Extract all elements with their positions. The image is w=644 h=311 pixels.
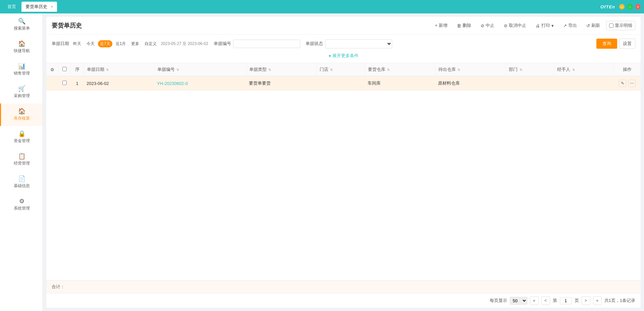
sidebar-label-sales: 销售管理 [14, 71, 30, 76]
custom-btn[interactable]: 自定义 [143, 40, 159, 47]
first-page-button[interactable]: « [530, 296, 539, 305]
refresh-button[interactable]: ↺ 刷新 [583, 21, 603, 30]
sidebar-item-purchase[interactable]: 🛒 采购管理 [0, 81, 43, 103]
sidebar-item-operations[interactable]: 📋 经营管理 [0, 148, 43, 171]
col-bill-no: 单据编号 ⇅ [154, 63, 246, 76]
sidebar-label-basic-info: 基础信息 [14, 183, 30, 189]
print-icon: 🖨 [536, 23, 540, 28]
sidebar: 🔍 搜索菜单 🏠 快捷导航 📊 销售管理 🛒 采购管理 🏠 库存核算 🔒 资金管… [0, 13, 43, 311]
last7days-btn[interactable]: 近7天 [98, 40, 112, 47]
sidebar-label-quick-nav: 快捷导航 [14, 48, 30, 54]
sidebar-label-purchase: 采购管理 [14, 93, 30, 99]
today-btn[interactable]: 今天 [85, 40, 97, 47]
table-footer: 合计： [46, 280, 641, 293]
col-date-label: 单据日期 [87, 67, 104, 72]
sort-req-warehouse-icon: ⇅ [387, 68, 390, 72]
row-checkbox-0[interactable] [58, 76, 70, 91]
sidebar-item-quick-nav[interactable]: 🏠 快捷导航 [0, 36, 43, 58]
col-date: 单据日期 ⇅ [84, 63, 154, 76]
row-date-0: 2023-06-02 [84, 76, 154, 91]
toolbar: + 新增 🗑 删除 ⊘ 中止 ⊘ 取消中止 🖨 打 [432, 21, 635, 30]
col-settings: ⚙ [46, 63, 58, 76]
select-all-checkbox[interactable] [62, 67, 67, 71]
chevron-down-icon: ▾ [329, 53, 331, 58]
status-select[interactable] [325, 39, 392, 48]
delete-icon: 🗑 [457, 23, 461, 28]
per-page-select[interactable]: 50 100 [510, 297, 527, 305]
tab-active[interactable]: 要货单历史 × [21, 2, 57, 12]
sidebar-icon-finance: 🔒 [18, 131, 25, 137]
display-detail-label: 显示明细 [615, 23, 632, 29]
sort-bill-type-icon: ⇅ [268, 68, 271, 72]
last1month-btn[interactable]: 近1月 [114, 40, 128, 47]
sidebar-icon-operations: 📋 [18, 153, 25, 159]
delete-label: 删除 [463, 23, 471, 29]
new-button[interactable]: + 新增 [432, 21, 451, 30]
stop-button[interactable]: ⊘ 中止 [477, 21, 498, 30]
page: 要货单历史 + 新增 🗑 删除 ⊘ 中止 ⊘ 取消中止 [46, 17, 641, 308]
filter-bill-no: 单据编号 [214, 40, 300, 48]
more-btn[interactable]: 更多 [129, 40, 141, 47]
window-close-button[interactable]: × [635, 4, 641, 9]
sidebar-item-search-menu[interactable]: 🔍 搜索菜单 [0, 13, 43, 36]
bill-no-input[interactable] [233, 40, 300, 48]
window-min-button[interactable]: — [619, 4, 625, 9]
main-layout: 🔍 搜索菜单 🏠 快捷导航 📊 销售管理 🛒 采购管理 🏠 库存核算 🔒 资金管… [0, 13, 644, 311]
page-title: 要货单历史 [52, 21, 432, 30]
query-button[interactable]: 查询 [596, 39, 617, 49]
sidebar-icon-basic-info: 📄 [18, 176, 25, 182]
col-pending-warehouse: 待出仓库 ⇅ [435, 63, 506, 76]
col-pending-warehouse-label: 待出仓库 [438, 67, 456, 72]
stop-icon: ⊘ [481, 23, 484, 28]
tab-close-icon[interactable]: × [51, 4, 53, 9]
sort-department-icon: ⇅ [520, 68, 522, 72]
export-button[interactable]: ↗ 导出 [560, 21, 580, 30]
col-store: 门店 ⇅ [317, 63, 365, 76]
sidebar-label-operations: 经营管理 [14, 161, 30, 166]
cancel-stop-button[interactable]: ⊘ 取消中止 [500, 21, 530, 30]
row-handler-0 [554, 76, 613, 91]
expand-more-button[interactable]: ▾ 展开更多条件 [325, 51, 363, 60]
cancel-stop-label: 取消中止 [509, 23, 526, 29]
display-detail-checkbox[interactable] [609, 24, 613, 28]
data-table: ⚙ 序 单据日期 ⇅ 单据编号 ⇅ [46, 63, 641, 91]
sidebar-item-sales[interactable]: 📊 销售管理 [0, 58, 43, 81]
sidebar-item-system[interactable]: ⚙ 系统管理 [0, 193, 43, 216]
table-container: ⚙ 序 单据日期 ⇅ 单据编号 ⇅ [46, 63, 641, 280]
table-body: 1 2023-06-02 YH-20230602-0 要货单要货 车间库 原材料… [46, 76, 641, 91]
page-header: 要货单历史 + 新增 🗑 删除 ⊘ 中止 ⊘ 取消中止 [46, 17, 641, 35]
window-max-button[interactable]: □ [627, 4, 633, 9]
row-op-more-0[interactable]: ⋯ [628, 80, 636, 87]
row-op-edit-0[interactable]: ✎ [619, 80, 626, 87]
total-info: 共1页，1条记录 [604, 298, 635, 304]
col-department: 部门 ⇅ [506, 63, 554, 76]
date-range-label: 单据日期 [52, 41, 69, 47]
window-controls: — □ × [619, 4, 641, 9]
display-detail-button[interactable]: 显示明细 [606, 21, 635, 30]
filter-area: 单据日期 昨天 今天 近7天 近1月 更多 自定义 2023-05-27 至 2… [46, 35, 641, 63]
print-label: 打印 [541, 23, 550, 29]
row-pending-warehouse-0: 原材料仓库 [435, 76, 506, 91]
col-bill-type-label: 单据类型 [249, 67, 267, 72]
print-button[interactable]: 🖨 打印 ▾ [532, 21, 557, 30]
prev-page-button[interactable]: < [541, 296, 550, 305]
sidebar-label-finance: 资金管理 [14, 138, 30, 144]
date-display: 2023-05-27 至 2023-06-02 [161, 41, 208, 47]
row-num-0: 1 [70, 76, 84, 91]
sidebar-item-inventory[interactable]: 🏠 库存核算 [0, 103, 43, 126]
tab-home[interactable]: 首页 [3, 2, 20, 12]
table-header-row: ⚙ 序 单据日期 ⇅ 单据编号 ⇅ [46, 63, 641, 76]
yesterday-btn[interactable]: 昨天 [71, 40, 83, 47]
page-number-input[interactable] [560, 297, 572, 304]
sidebar-label-system: 系统管理 [14, 206, 30, 211]
delete-button[interactable]: 🗑 删除 [453, 21, 475, 30]
settings-button[interactable]: 设置 [619, 39, 635, 49]
last-page-button[interactable]: » [593, 296, 602, 305]
sidebar-item-finance[interactable]: 🔒 资金管理 [0, 126, 43, 148]
summary-label: 合计： [52, 284, 65, 289]
row-bill-no-0[interactable]: YH-20230602-0 [154, 76, 246, 91]
next-page-button[interactable]: > [582, 296, 590, 305]
sidebar-item-basic-info[interactable]: 📄 基础信息 [0, 171, 43, 193]
col-checkbox [58, 63, 70, 76]
row-check-0[interactable] [62, 81, 67, 85]
